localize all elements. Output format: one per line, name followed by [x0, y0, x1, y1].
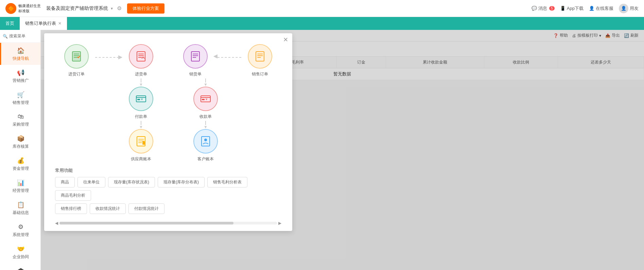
- marketing-icon: 📢: [17, 69, 24, 76]
- system-icon: ⚙: [18, 223, 23, 231]
- func-btn-sales-margin[interactable]: 销售毛利分析表: [207, 177, 247, 187]
- logo-text-line1: 畅康通好生意: [18, 3, 41, 8]
- sidebar-item-management[interactable]: 📊 经营管理: [0, 175, 40, 197]
- sales-icon: 🛒: [17, 91, 24, 98]
- node-salesorder-label: 销售订单: [252, 71, 268, 77]
- modal-close-icon[interactable]: ✕: [283, 36, 288, 43]
- message-btn[interactable]: 💬 消息 5: [532, 5, 555, 12]
- sidebar-item-basic[interactable]: 📋 基础信息: [0, 197, 40, 219]
- logo-area: 🔶 畅康通好生意 标准版: [5, 3, 46, 14]
- download-icon: 📱: [560, 6, 565, 11]
- sidebar-item-sales[interactable]: 🛒 销售管理: [0, 87, 40, 109]
- logo-icon: 🔶: [5, 3, 16, 14]
- tab-bar: 首页 销售订单执行表 ✕: [0, 17, 644, 30]
- message-badge: 5: [549, 6, 555, 11]
- trial-button[interactable]: 体验行业方案: [127, 3, 164, 14]
- node-inbound-circle: [129, 44, 153, 69]
- func-buttons: 商品 往来单位 现存量(库存状况表) 现存量(库存分布表) 销售毛利分析表 商品…: [55, 177, 281, 201]
- node-purchase-order[interactable]: 进货订单: [58, 44, 95, 77]
- arrow-salesorder-to-sales: ▶: [214, 54, 241, 61]
- node-inbound[interactable]: 进货单: [122, 44, 160, 77]
- app-download-btn[interactable]: 📱 App下载: [560, 5, 584, 12]
- sidebar-search[interactable]: 🔍 搜索菜单: [0, 30, 40, 43]
- func-btn-product-margin[interactable]: 商品毛利分析: [55, 190, 91, 201]
- tab-sales-label: 销售订单执行表: [25, 20, 56, 26]
- node-inbound-label: 进货单: [135, 71, 147, 77]
- finance-icon: 💰: [17, 157, 24, 164]
- node-sales-circle: [183, 44, 208, 69]
- func-btn-stock-dist[interactable]: 现存量(库存分布表): [158, 177, 205, 187]
- node-supplier-ledger[interactable]: 供应商账本: [122, 129, 160, 162]
- node-payment-label: 付款单: [135, 114, 147, 120]
- scroll-left-icon[interactable]: ◀: [55, 221, 58, 226]
- flow-row-2: ¥ 付款单 ¥ 收款单: [58, 87, 279, 120]
- func-btn-receipt-stats[interactable]: 收款情况统计: [90, 203, 126, 214]
- sidebar-item-finance[interactable]: 💰 资金管理: [0, 153, 40, 175]
- sidebar-label-home: 快捷导航: [13, 56, 29, 61]
- user-menu[interactable]: 👤 用友: [619, 4, 639, 13]
- sidebar-label-collab: 企业协同: [13, 254, 29, 260]
- tab-home[interactable]: 首页: [0, 17, 20, 30]
- tab-home-label: 首页: [5, 20, 14, 26]
- node-payment[interactable]: ¥ 付款单: [122, 87, 160, 120]
- flow-row-3: 供应商账本 客户账本: [58, 129, 279, 162]
- func-btn-stock-status[interactable]: 现存量(库存状况表): [108, 177, 155, 187]
- svg-point-30: [204, 139, 207, 141]
- node-supplier-ledger-col: 供应商账本: [122, 129, 160, 162]
- node-sales[interactable]: 销货单: [177, 44, 214, 77]
- avatar: 👤: [619, 4, 628, 13]
- collab-icon: 🤝: [17, 245, 24, 253]
- node-receipt[interactable]: ¥ 收款单: [187, 87, 224, 120]
- func-btn-product[interactable]: 商品: [55, 177, 75, 187]
- node-purchase-order-col: 进货订单: [58, 44, 95, 77]
- tab-close-icon[interactable]: ✕: [58, 21, 62, 26]
- flow-row-arrows: ▼ ▼: [58, 78, 279, 87]
- node-purchase-order-label: 进货订单: [68, 71, 85, 77]
- sidebar-item-home[interactable]: 🏠 快捷导航: [0, 43, 40, 65]
- scrollbar-thumb: [59, 222, 233, 224]
- gear-icon[interactable]: ⚙: [117, 5, 122, 12]
- modal-scrollbar: ◀ ▶: [44, 219, 292, 226]
- func-btn-counterpart[interactable]: 往来单位: [77, 177, 105, 187]
- modal-overlay: ✕ 进货订单: [41, 30, 644, 270]
- node-sales-col: 销货单: [177, 44, 214, 77]
- node-supplier-ledger-label: 供应商账本: [131, 156, 151, 162]
- arrow-payment-down: ▼: [122, 121, 160, 129]
- node-payment-circle: ¥: [129, 87, 153, 111]
- flow-row-1: 进货订单 ▶: [58, 44, 279, 77]
- sidebar-item-guide[interactable]: 🎓 新手引导: [0, 263, 40, 270]
- modal-box: ✕ 进货订单: [44, 33, 292, 231]
- node-payment-col: ¥ 付款单: [122, 87, 160, 120]
- scroll-right-icon[interactable]: ▶: [278, 221, 281, 226]
- sidebar-item-collab[interactable]: 🤝 企业协同: [0, 241, 40, 263]
- dropdown-icon[interactable]: ▾: [111, 6, 113, 11]
- sidebar-item-marketing[interactable]: 📢 营销推广: [0, 65, 40, 87]
- arrow-inbound-down: ▼: [122, 78, 160, 87]
- scrollbar-track[interactable]: [59, 222, 277, 224]
- sidebar-item-purchase[interactable]: 🛍 采购管理: [0, 109, 40, 131]
- service-icon: 👤: [589, 6, 594, 11]
- sidebar-label-purchase: 采购管理: [13, 122, 29, 127]
- arrow-sales-down: ▼: [187, 78, 224, 87]
- flow-row-arrows2: ▼ ▼: [58, 121, 279, 129]
- func-btn-sales-ranking[interactable]: 销售排行榜: [55, 203, 87, 214]
- node-salesorder-col: 销售订单: [241, 44, 279, 77]
- sidebar-item-inventory[interactable]: 📦 库存核算: [0, 131, 40, 153]
- sidebar-item-system[interactable]: ⚙ 系统管理: [0, 219, 40, 241]
- purchase-icon: 🛍: [18, 113, 24, 120]
- sidebar-label-management: 经营管理: [13, 188, 29, 194]
- node-receipt-circle: ¥: [193, 87, 218, 111]
- func-btn-payment-stats[interactable]: 付款情况统计: [128, 203, 164, 214]
- svg-rect-4: [137, 52, 145, 61]
- tab-sales-order[interactable]: 销售订单执行表 ✕: [20, 17, 67, 30]
- node-customer-ledger-label: 客户账本: [197, 156, 214, 162]
- node-sales-label: 销货单: [189, 71, 202, 77]
- node-salesorder[interactable]: 销售订单: [241, 44, 279, 77]
- func-buttons-row2: 销售排行榜 收款情况统计 付款情况统计: [55, 203, 281, 214]
- arrow-receipt-down: ▼: [187, 121, 224, 129]
- online-service-btn[interactable]: 👤 在线客服: [589, 5, 613, 12]
- svg-rect-28: [142, 141, 145, 145]
- node-customer-ledger[interactable]: 客户账本: [187, 129, 224, 162]
- top-header: 🔶 畅康通好生意 标准版 装备及固定资产辅助管理系统 ▾ ⚙ 体验行业方案 💬 …: [0, 0, 644, 17]
- home-icon: 🏠: [17, 47, 24, 54]
